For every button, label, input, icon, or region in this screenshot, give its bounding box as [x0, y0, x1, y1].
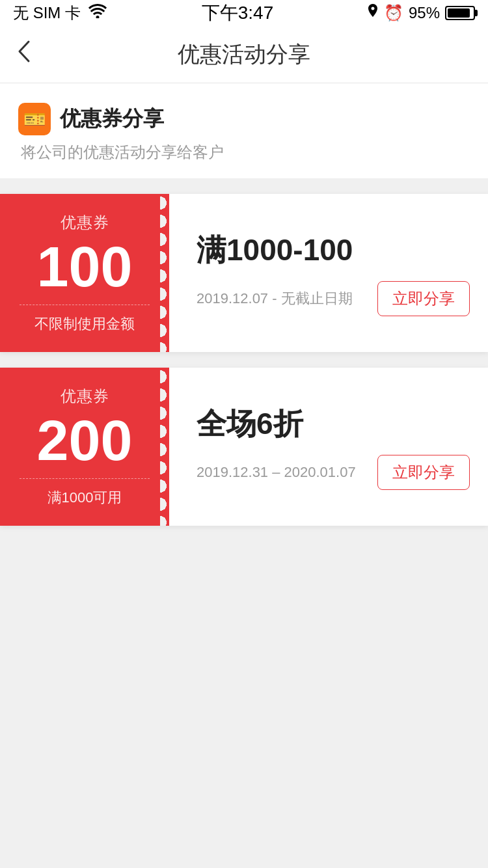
- back-button[interactable]: [16, 39, 31, 70]
- coupon-left-0: 优惠券 100 不限制使用金额: [0, 194, 169, 352]
- coupon-left-1: 优惠券 200 满1000可用: [0, 368, 169, 526]
- section-subtitle: 将公司的优惠活动分享给客户: [18, 142, 470, 163]
- coupon-name-0: 满1000-100: [197, 230, 470, 271]
- nav-bar: 优惠活动分享: [0, 26, 488, 83]
- battery-percent: 95%: [409, 4, 440, 22]
- coupon-right-0: 满1000-100 2019.12.07 - 无截止日期 立即分享: [169, 194, 488, 352]
- coupon-condition-0: 不限制使用金额: [34, 314, 135, 334]
- coupon-label-0: 优惠券: [61, 212, 109, 233]
- coupon-label-1: 优惠券: [61, 386, 109, 407]
- battery-icon: [445, 6, 475, 20]
- page-title: 优惠活动分享: [178, 40, 310, 70]
- coupon-name-1: 全场6折: [197, 404, 470, 444]
- coupon-value-1: 200: [37, 412, 133, 469]
- battery-fill: [448, 8, 470, 18]
- coupon-date-1: 2019.12.31 – 2020.01.07: [197, 464, 356, 481]
- status-time: 下午3:47: [202, 1, 274, 25]
- status-left: 无 SIM 卡: [13, 3, 108, 23]
- coupon-condition-1: 满1000可用: [47, 488, 122, 508]
- section-icon: 🎫: [18, 103, 51, 135]
- coupon-meta-1: 2019.12.31 – 2020.01.07 立即分享: [197, 455, 470, 490]
- wifi-icon: [87, 4, 108, 22]
- location-icon: [367, 4, 379, 22]
- coupon-card: 优惠券 100 不限制使用金额 满1000-100 2019.12.07 - 无…: [0, 194, 488, 352]
- section-title: 优惠券分享: [60, 105, 164, 133]
- section-header: 🎫 优惠券分享 将公司的优惠活动分享给客户: [0, 83, 488, 178]
- share-button-1[interactable]: 立即分享: [377, 455, 470, 490]
- coupon-meta-0: 2019.12.07 - 无截止日期 立即分享: [197, 281, 470, 316]
- coupon-divider-1: [20, 478, 150, 479]
- coupon-date-0: 2019.12.07 - 无截止日期: [197, 289, 353, 308]
- coupon-value-0: 100: [37, 238, 133, 295]
- status-right: ⏰ 95%: [367, 4, 475, 22]
- section-title-row: 🎫 优惠券分享: [18, 103, 470, 135]
- sim-label: 无 SIM 卡: [13, 3, 81, 23]
- coupon-right-1: 全场6折 2019.12.31 – 2020.01.07 立即分享: [169, 368, 488, 526]
- coupon-divider-0: [20, 305, 150, 305]
- coupon-card: 优惠券 200 满1000可用 全场6折 2019.12.31 – 2020.0…: [0, 368, 488, 526]
- alarm-icon: ⏰: [384, 4, 403, 22]
- status-bar: 无 SIM 卡 下午3:47 ⏰ 95%: [0, 0, 488, 26]
- share-button-0[interactable]: 立即分享: [377, 281, 470, 316]
- coupon-list: 优惠券 100 不限制使用金额 满1000-100 2019.12.07 - 无…: [0, 178, 488, 541]
